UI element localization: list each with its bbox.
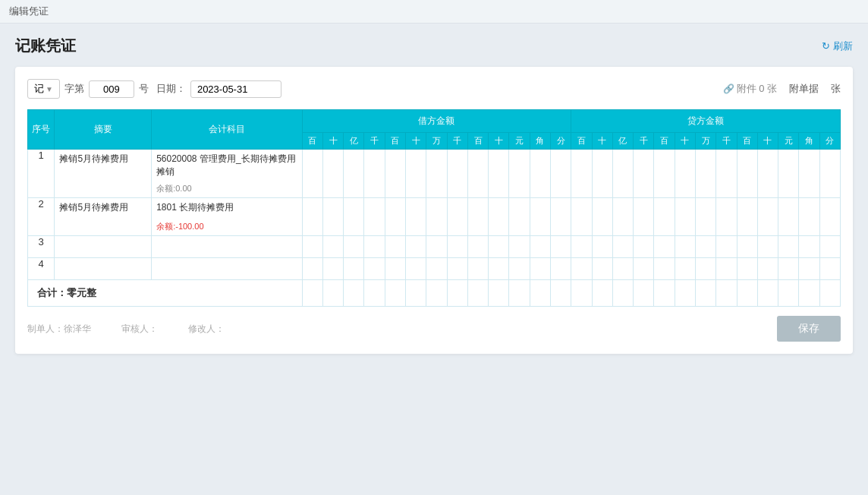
row-3-debit-9[interactable] [489,258,509,280]
row-0-debit-2[interactable] [344,150,364,198]
row-1-credit-12[interactable] [819,198,840,236]
row-0-credit-0[interactable] [571,150,592,198]
row-3-credit-3[interactable] [634,258,654,280]
row-3-credit-8[interactable] [737,258,757,280]
row-2-debit-10[interactable] [509,236,530,258]
row-2-credit-8[interactable] [737,236,757,258]
row-0-debit-7[interactable] [447,150,467,198]
voucher-number-input[interactable] [89,80,134,98]
row-0-credit-8[interactable] [737,150,757,198]
attachment-single-label[interactable]: 附单据 [789,82,819,96]
row-2-credit-12[interactable] [819,236,840,258]
row-2-debit-1[interactable] [322,236,343,258]
row-0-debit-8[interactable] [467,150,488,198]
row-1-credit-2[interactable] [612,198,633,236]
row-2-debit-11[interactable] [530,236,550,258]
row-3-debit-8[interactable] [467,258,488,280]
row-3-debit-1[interactable] [322,258,343,280]
row-account-1[interactable]: 1801 长期待摊费用余额:-100.00 [152,198,302,236]
row-3-debit-0[interactable] [302,258,322,280]
row-2-credit-10[interactable] [778,236,799,258]
table-row[interactable]: 4 [28,258,841,280]
row-0-credit-5[interactable] [675,150,695,198]
row-0-debit-10[interactable] [509,150,530,198]
row-0-debit-11[interactable] [530,150,550,198]
row-1-credit-10[interactable] [778,198,799,236]
row-2-debit-3[interactable] [364,236,385,258]
row-3-debit-12[interactable] [551,258,571,280]
row-3-debit-5[interactable] [406,258,426,280]
row-0-debit-3[interactable] [364,150,385,198]
row-0-credit-12[interactable] [819,150,840,198]
row-1-credit-8[interactable] [737,198,757,236]
voucher-type-dropdown[interactable]: 记 ▼ [27,79,60,99]
row-3-credit-12[interactable] [819,258,840,280]
row-2-debit-4[interactable] [385,236,405,258]
row-3-credit-1[interactable] [592,258,612,280]
row-2-debit-7[interactable] [447,236,467,258]
row-0-credit-6[interactable] [695,150,715,198]
refresh-button[interactable]: ↻ 刷新 [822,39,853,53]
row-0-debit-5[interactable] [406,150,426,198]
row-1-credit-5[interactable] [675,198,695,236]
row-0-debit-12[interactable] [551,150,571,198]
row-3-debit-6[interactable] [426,258,447,280]
row-2-credit-7[interactable] [716,236,737,258]
row-1-credit-0[interactable] [571,198,592,236]
row-1-credit-1[interactable] [592,198,612,236]
row-1-debit-11[interactable] [530,198,550,236]
row-0-credit-7[interactable] [716,150,737,198]
row-3-debit-4[interactable] [385,258,405,280]
row-1-debit-0[interactable] [302,198,322,236]
row-0-credit-2[interactable] [612,150,633,198]
row-1-debit-3[interactable] [364,198,385,236]
row-1-credit-9[interactable] [757,198,778,236]
row-1-credit-7[interactable] [716,198,737,236]
date-input[interactable] [190,80,281,98]
table-row[interactable]: 3 [28,236,841,258]
row-2-credit-3[interactable] [634,236,654,258]
row-2-debit-2[interactable] [344,236,364,258]
row-3-debit-10[interactable] [509,258,530,280]
row-1-debit-7[interactable] [447,198,467,236]
row-2-credit-5[interactable] [675,236,695,258]
attachment-link[interactable]: 🔗 附件 0 张 [723,82,777,96]
row-1-debit-12[interactable] [551,198,571,236]
row-1-debit-4[interactable] [385,198,405,236]
row-1-debit-10[interactable] [509,198,530,236]
row-1-debit-6[interactable] [426,198,447,236]
save-button[interactable]: 保存 [777,316,841,342]
row-1-debit-5[interactable] [406,198,426,236]
row-1-debit-8[interactable] [467,198,488,236]
row-account-3[interactable] [152,258,302,280]
row-3-credit-2[interactable] [612,258,633,280]
row-3-credit-10[interactable] [778,258,799,280]
row-0-debit-4[interactable] [385,150,405,198]
row-3-credit-0[interactable] [571,258,592,280]
row-2-credit-1[interactable] [592,236,612,258]
row-account-2[interactable] [152,236,302,258]
row-3-debit-11[interactable] [530,258,550,280]
row-1-debit-2[interactable] [344,198,364,236]
row-3-credit-11[interactable] [799,258,819,280]
row-0-credit-1[interactable] [592,150,612,198]
row-0-debit-0[interactable] [302,150,322,198]
row-2-debit-8[interactable] [467,236,488,258]
row-summary-2[interactable] [55,236,152,258]
row-2-credit-6[interactable] [695,236,715,258]
row-2-debit-5[interactable] [406,236,426,258]
row-2-credit-0[interactable] [571,236,592,258]
row-2-debit-12[interactable] [551,236,571,258]
row-1-credit-11[interactable] [799,198,819,236]
row-2-debit-9[interactable] [489,236,509,258]
row-0-credit-11[interactable] [799,150,819,198]
row-3-debit-7[interactable] [447,258,467,280]
row-0-credit-9[interactable] [757,150,778,198]
row-3-credit-9[interactable] [757,258,778,280]
row-2-credit-2[interactable] [612,236,633,258]
row-1-credit-3[interactable] [634,198,654,236]
table-row[interactable]: 2摊销5月待摊费用1801 长期待摊费用余额:-100.00 [28,198,841,236]
row-1-credit-6[interactable] [695,198,715,236]
row-0-debit-6[interactable] [426,150,447,198]
row-1-debit-9[interactable] [489,198,509,236]
